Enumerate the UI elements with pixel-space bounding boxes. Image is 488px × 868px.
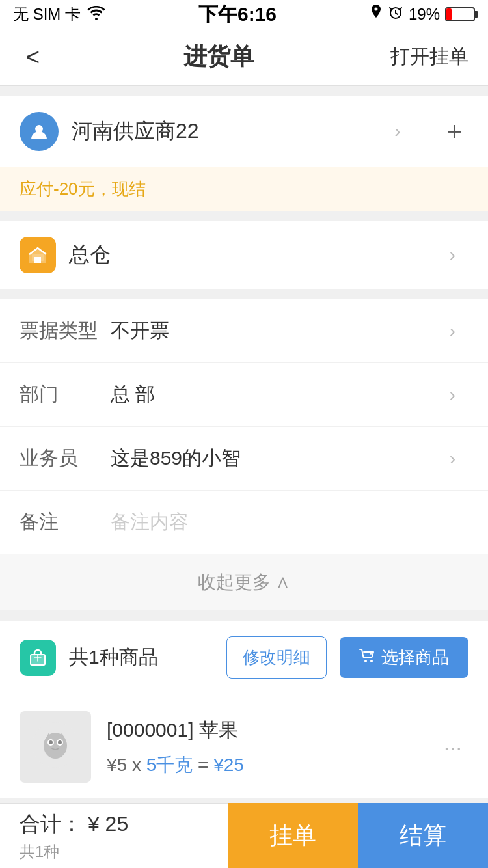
cart-icon [359, 647, 376, 668]
supplier-name: 河南供应商22 [72, 117, 394, 146]
dept-row[interactable]: 部门 总 部 › [0, 362, 488, 426]
product-qty: 5千克 [146, 755, 193, 775]
open-hang-button[interactable]: 打开挂单 [390, 44, 468, 70]
status-time: 下午6:16 [198, 1, 277, 28]
supplier-chevron-icon: › [394, 121, 400, 142]
svg-point-6 [364, 660, 367, 662]
warehouse-name: 总仓 [69, 241, 450, 269]
supplier-notice: 应付-20元，现结 [0, 167, 488, 211]
warehouse-chevron-icon: › [450, 245, 455, 265]
product-section: 共1种商品 修改明细 选择商品 [0, 621, 488, 798]
remark-input[interactable]: 备注内容 [111, 509, 468, 536]
nav-bar: < 进货单 打开挂单 [0, 29, 488, 86]
supplier-row[interactable]: 河南供应商22 › + [0, 96, 488, 167]
footer: 合计： ¥ 25 共1种 挂单 结算 [0, 803, 488, 868]
product-thumbnail [20, 711, 91, 783]
sales-label: 业务员 [20, 445, 111, 472]
alarm-icon [388, 5, 403, 24]
dept-label: 部门 [20, 381, 111, 408]
sales-value: 这是859的小智 [111, 445, 450, 472]
owl-logo-icon [33, 722, 78, 772]
sales-row[interactable]: 业务员 这是859的小智 › [0, 426, 488, 490]
svg-point-7 [370, 660, 373, 662]
edit-detail-button[interactable]: 修改明细 [226, 636, 327, 679]
product-bag-icon [20, 640, 56, 676]
sales-chevron-icon: › [450, 448, 455, 469]
select-product-label: 选择商品 [381, 646, 449, 669]
status-bar: 无 SIM 卡 下午6:16 19% [0, 0, 488, 29]
product-total: ¥25 [213, 755, 244, 775]
supplier-avatar [20, 112, 59, 151]
product-price: ¥5 x 5千克 = ¥25 [107, 753, 422, 778]
settle-button[interactable]: 结算 [358, 803, 488, 868]
remark-row[interactable]: 备注 备注内容 [0, 490, 488, 554]
sim-text: 无 SIM 卡 [13, 4, 81, 25]
warehouse-section: 总仓 › [0, 221, 488, 289]
dept-value: 总 部 [111, 381, 450, 408]
svg-point-13 [58, 740, 62, 744]
product-name: [0000001] 苹果 [107, 717, 422, 744]
total-label: 合计： [20, 812, 82, 835]
remark-label: 备注 [20, 509, 111, 536]
warehouse-icon [20, 237, 56, 273]
product-count: 共1种商品 [69, 644, 213, 671]
footer-total: 合计： ¥ 25 共1种 [0, 803, 228, 868]
total-sub: 共1种 [20, 841, 208, 862]
status-left: 无 SIM 卡 [13, 4, 105, 25]
battery-icon [445, 7, 475, 21]
product-header: 共1种商品 修改明细 选择商品 [0, 621, 488, 694]
invoice-value: 不开票 [111, 318, 450, 344]
select-product-button[interactable]: 选择商品 [340, 637, 468, 678]
total-amount: ¥ 25 [88, 812, 128, 835]
invoice-label: 票据类型 [20, 318, 111, 344]
svg-point-12 [49, 740, 53, 744]
product-info: [0000001] 苹果 ¥5 x 5千克 = ¥25 [107, 717, 422, 778]
collapse-button[interactable]: 收起更多 ∧ [0, 554, 488, 610]
page-title: 进货单 [183, 41, 254, 73]
supplier-section: 河南供应商22 › + 应付-20元，现结 [0, 96, 488, 211]
add-supplier-button[interactable]: + [441, 117, 468, 146]
form-section: 票据类型 不开票 › 部门 总 部 › 业务员 这是859的小智 › 备注 备注… [0, 299, 488, 610]
total-main: 合计： ¥ 25 [20, 810, 208, 839]
location-icon [370, 5, 383, 24]
product-more-button[interactable]: ··· [437, 728, 468, 766]
dept-chevron-icon: › [450, 385, 455, 405]
product-item: [0000001] 苹果 ¥5 x 5千克 = ¥25 ··· [0, 696, 488, 798]
invoice-row[interactable]: 票据类型 不开票 › [0, 299, 488, 362]
warehouse-row[interactable]: 总仓 › [0, 221, 488, 289]
back-button[interactable]: < [20, 37, 46, 77]
battery-percentage: 19% [409, 5, 440, 23]
status-right: 19% [370, 5, 475, 24]
invoice-chevron-icon: › [450, 321, 455, 342]
wifi-icon [87, 5, 105, 25]
supplier-divider [427, 115, 427, 148]
hang-button[interactable]: 挂单 [228, 803, 358, 868]
svg-rect-3 [32, 254, 44, 261]
